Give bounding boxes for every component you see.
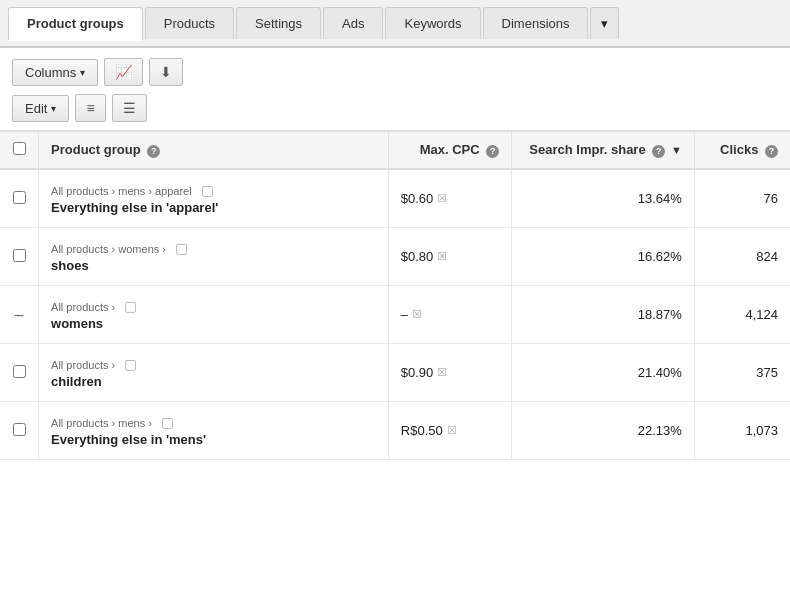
header-max-cpc-label: Max. CPC bbox=[420, 142, 480, 157]
row-checkbox-cell bbox=[0, 402, 39, 460]
cpc-edit-icon[interactable]: ☒ bbox=[412, 308, 422, 321]
row-product-path: All products › womens › ▢ bbox=[51, 240, 376, 256]
row-product-path: All products › ▢ bbox=[51, 356, 376, 372]
row-search-impr-value: 21.40% bbox=[638, 365, 682, 380]
row-dash-indicator: – bbox=[15, 306, 24, 323]
row-clicks-value: 824 bbox=[756, 249, 778, 264]
filter-icon: ≡ bbox=[86, 100, 94, 116]
download-button[interactable]: ⬇ bbox=[149, 58, 183, 86]
filter-button[interactable]: ≡ bbox=[75, 94, 105, 122]
tab-keywords[interactable]: Keywords bbox=[385, 7, 480, 39]
list-button[interactable]: ☰ bbox=[112, 94, 147, 122]
cpc-edit-icon[interactable]: ☒ bbox=[437, 366, 447, 379]
header-search-impr-help-icon[interactable]: ? bbox=[652, 145, 665, 158]
comment-icon[interactable]: ▢ bbox=[201, 182, 214, 198]
select-all-checkbox[interactable] bbox=[13, 142, 26, 155]
columns-caret-icon: ▾ bbox=[80, 67, 85, 78]
row-clicks: 76 bbox=[694, 169, 790, 228]
tab-more-button[interactable]: ▾ bbox=[590, 7, 619, 39]
row-product-group: All products › womens › ▢ shoes bbox=[39, 228, 389, 286]
row-checkbox-cell bbox=[0, 169, 39, 228]
toolbar-row-2: Edit ▾ ≡ ☰ bbox=[12, 94, 778, 122]
row-cpc-value: – bbox=[401, 307, 408, 322]
row-cpc-value: $0.90 bbox=[401, 365, 434, 380]
edit-button[interactable]: Edit ▾ bbox=[12, 95, 69, 122]
header-product-group: Product group ? bbox=[39, 132, 389, 170]
row-product-group: All products › mens › apparel ▢ Everythi… bbox=[39, 169, 389, 228]
row-search-impr-value: 13.64% bbox=[638, 191, 682, 206]
cpc-edit-icon[interactable]: ☒ bbox=[437, 192, 447, 205]
row-product-group: All products › ▢ womens bbox=[39, 286, 389, 344]
row-product-path: All products › ▢ bbox=[51, 298, 376, 314]
header-search-impr-label: Search Impr. share bbox=[529, 142, 645, 157]
header-clicks-help-icon[interactable]: ? bbox=[765, 145, 778, 158]
table-row: All products › ▢ children $0.90 ☒21.40%3… bbox=[0, 344, 790, 402]
toolbar-area: Columns ▾ 📈 ⬇ Edit ▾ ≡ ☰ bbox=[0, 48, 790, 131]
row-checkbox[interactable] bbox=[13, 423, 26, 436]
row-product-name[interactable]: children bbox=[51, 374, 376, 389]
tab-products[interactable]: Products bbox=[145, 7, 234, 39]
comment-icon[interactable]: ▢ bbox=[124, 356, 137, 372]
row-max-cpc: $0.80 ☒ bbox=[388, 228, 511, 286]
row-product-path: All products › mens › ▢ bbox=[51, 414, 376, 430]
tab-dimensions[interactable]: Dimensions bbox=[483, 7, 589, 39]
row-checkbox[interactable] bbox=[13, 249, 26, 262]
row-checkbox-cell bbox=[0, 228, 39, 286]
row-search-impr-share: 21.40% bbox=[512, 344, 695, 402]
cpc-edit-icon[interactable]: ☒ bbox=[447, 424, 457, 437]
columns-label: Columns bbox=[25, 65, 76, 80]
toolbar-row-1: Columns ▾ 📈 ⬇ bbox=[12, 58, 778, 86]
comment-icon[interactable]: ▢ bbox=[175, 240, 188, 256]
header-product-group-help-icon[interactable]: ? bbox=[147, 145, 160, 158]
row-max-cpc: R$0.50 ☒ bbox=[388, 402, 511, 460]
row-product-name[interactable]: womens bbox=[51, 316, 376, 331]
columns-button[interactable]: Columns ▾ bbox=[12, 59, 98, 86]
row-product-name[interactable]: Everything else in 'apparel' bbox=[51, 200, 376, 215]
row-product-name[interactable]: shoes bbox=[51, 258, 376, 273]
row-clicks: 375 bbox=[694, 344, 790, 402]
row-clicks: 1,073 bbox=[694, 402, 790, 460]
row-clicks: 824 bbox=[694, 228, 790, 286]
download-icon: ⬇ bbox=[160, 64, 172, 80]
comment-icon[interactable]: ▢ bbox=[124, 298, 137, 314]
row-max-cpc: $0.90 ☒ bbox=[388, 344, 511, 402]
row-product-name[interactable]: Everything else in 'mens' bbox=[51, 432, 376, 447]
row-search-impr-value: 18.87% bbox=[638, 307, 682, 322]
row-search-impr-share: 22.13% bbox=[512, 402, 695, 460]
row-clicks-value: 1,073 bbox=[745, 423, 778, 438]
row-checkbox-cell: – bbox=[0, 286, 39, 344]
row-search-impr-share: 18.87% bbox=[512, 286, 695, 344]
row-max-cpc: – ☒ bbox=[388, 286, 511, 344]
row-product-group: All products › mens › ▢ Everything else … bbox=[39, 402, 389, 460]
row-clicks: 4,124 bbox=[694, 286, 790, 344]
header-search-impr-share: Search Impr. share ? ▼ bbox=[512, 132, 695, 170]
row-clicks-value: 375 bbox=[756, 365, 778, 380]
row-search-impr-share: 13.64% bbox=[512, 169, 695, 228]
tab-bar: Product groups Products Settings Ads Key… bbox=[0, 0, 790, 48]
row-product-group: All products › ▢ children bbox=[39, 344, 389, 402]
comment-icon[interactable]: ▢ bbox=[161, 414, 174, 430]
chart-icon: 📈 bbox=[115, 64, 132, 80]
row-search-impr-value: 16.62% bbox=[638, 249, 682, 264]
tab-settings[interactable]: Settings bbox=[236, 7, 321, 39]
table-row: All products › womens › ▢ shoes $0.80 ☒1… bbox=[0, 228, 790, 286]
row-clicks-value: 4,124 bbox=[745, 307, 778, 322]
header-clicks: Clicks ? bbox=[694, 132, 790, 170]
header-max-cpc: Max. CPC ? bbox=[388, 132, 511, 170]
table-row: All products › mens › ▢ Everything else … bbox=[0, 402, 790, 460]
row-product-path: All products › mens › apparel ▢ bbox=[51, 182, 376, 198]
tab-ads[interactable]: Ads bbox=[323, 7, 383, 39]
row-cpc-value: $0.60 bbox=[401, 191, 434, 206]
chart-button[interactable]: 📈 bbox=[104, 58, 143, 86]
header-max-cpc-help-icon[interactable]: ? bbox=[486, 145, 499, 158]
table-row: – All products › ▢ womens – ☒18.87%4,124 bbox=[0, 286, 790, 344]
cpc-edit-icon[interactable]: ☒ bbox=[437, 250, 447, 263]
row-max-cpc: $0.60 ☒ bbox=[388, 169, 511, 228]
header-product-group-label: Product group bbox=[51, 142, 141, 157]
sort-arrow-icon[interactable]: ▼ bbox=[671, 144, 682, 156]
tab-product-groups[interactable]: Product groups bbox=[8, 7, 143, 41]
row-checkbox[interactable] bbox=[13, 365, 26, 378]
header-clicks-label: Clicks bbox=[720, 142, 758, 157]
row-checkbox[interactable] bbox=[13, 191, 26, 204]
product-groups-table: Product group ? Max. CPC ? Search Impr. … bbox=[0, 131, 790, 460]
